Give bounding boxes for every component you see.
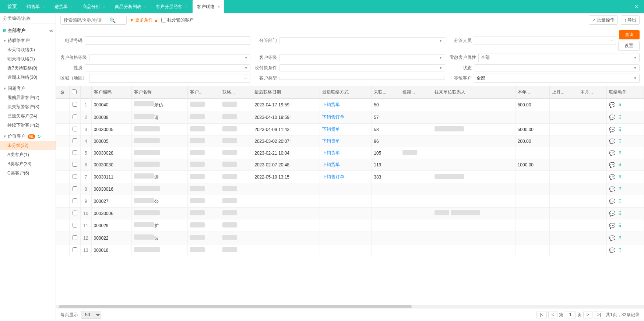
- gender-select[interactable]: ▼: [85, 64, 250, 71]
- col-unit-contact[interactable]: 往来单位联系人: [432, 86, 515, 99]
- close-tab-product-analysis-list[interactable]: ×: [144, 5, 147, 9]
- contact-action-icon[interactable]: 💬: [609, 102, 615, 108]
- grid-action-icon[interactable]: ⠿: [618, 236, 622, 241]
- customer-type-select[interactable]: [279, 77, 445, 80]
- phone-input[interactable]: [85, 36, 250, 45]
- payment-select[interactable]: ▼: [279, 64, 445, 71]
- contact-action-icon[interactable]: 💬: [609, 174, 615, 180]
- close-tab-customer-contact[interactable]: ×: [218, 5, 220, 9]
- dept-select[interactable]: ▼: [279, 37, 445, 44]
- contact-action-icon[interactable]: 💬: [609, 235, 615, 241]
- customer-level-select[interactable]: ▼: [279, 54, 445, 61]
- nav-tab-sales[interactable]: 销售单 ×: [22, 0, 49, 13]
- col-code[interactable]: 客户编码: [91, 86, 132, 99]
- nav-tab-product-analysis[interactable]: 商品分析 ×: [78, 0, 110, 13]
- sidebar-item-abnormal[interactable]: 囤购异常客户(2): [0, 93, 56, 102]
- contact-action-icon[interactable]: 💬: [609, 247, 615, 253]
- sidebar-search-input[interactable]: [3, 16, 56, 21]
- close-tab-customer-tier[interactable]: ×: [185, 5, 187, 9]
- contact-action-icon[interactable]: 💬: [609, 223, 615, 229]
- row-check-8[interactable]: [69, 195, 80, 208]
- contact-action-icon[interactable]: 💬: [609, 138, 615, 144]
- nav-tab-customer-contact[interactable]: 客户联络 ×: [193, 0, 224, 13]
- close-window-icon[interactable]: ×: [632, 2, 641, 11]
- grid-action-icon[interactable]: ⠿: [618, 115, 622, 120]
- col-this-month[interactable]: 本月...: [578, 86, 607, 99]
- contact-action-icon[interactable]: 💬: [609, 186, 615, 192]
- row-last-way-6[interactable]: 下销售订单: [320, 171, 371, 183]
- col-last-month[interactable]: 上月...: [549, 86, 578, 99]
- grid-action-icon[interactable]: ⠿: [618, 174, 622, 180]
- nav-tab-product-analysis-list[interactable]: 商品分析列表 ×: [110, 0, 151, 13]
- status-select[interactable]: ▼: [474, 64, 640, 71]
- grid-action-icon[interactable]: ⠿: [618, 211, 622, 216]
- row-check-6[interactable]: [69, 171, 80, 183]
- close-tab-product-analysis[interactable]: ×: [103, 5, 105, 9]
- sidebar-item-ungraded[interactable]: 未分组(32): [0, 141, 56, 150]
- row-check-5[interactable]: [69, 159, 80, 171]
- settings-icon[interactable]: ⚙: [60, 89, 65, 95]
- page-first-btn[interactable]: |<: [536, 311, 547, 318]
- col-overdue[interactable]: 逾期...: [400, 86, 432, 99]
- nav-tab-customer-tier[interactable]: 客户分层经客 ×: [151, 0, 192, 13]
- page-last-btn[interactable]: >|: [594, 311, 604, 318]
- col-last-way[interactable]: 最后联络方式: [320, 86, 371, 99]
- my-customers-checkbox[interactable]: 我分管的客户: [161, 17, 194, 23]
- row-check-12[interactable]: [69, 244, 80, 256]
- region-select[interactable]: ···: [89, 74, 250, 83]
- sidebar-item-c-class[interactable]: C类客户(6): [0, 169, 56, 178]
- nav-tab-purchase[interactable]: 进货单 ×: [50, 0, 77, 13]
- all-customers-header[interactable]: ⊞ 全部客户 ≪: [0, 25, 56, 36]
- row-check-11[interactable]: [69, 232, 80, 244]
- page-size-select[interactable]: 50 100 200: [81, 311, 101, 319]
- reset-btn[interactable]: 设置: [618, 41, 640, 51]
- export-btn[interactable]: ↑ 导出: [621, 15, 640, 25]
- contact-action-icon[interactable]: 💬: [609, 114, 615, 120]
- page-next-btn[interactable]: >: [583, 311, 592, 318]
- col-check[interactable]: [69, 86, 80, 99]
- page-prev-btn[interactable]: <: [548, 311, 557, 318]
- grid-action-icon[interactable]: ⠿: [618, 162, 622, 167]
- horizontal-scrollbar[interactable]: [56, 305, 644, 308]
- main-search-icon[interactable]: 🔍: [109, 17, 116, 23]
- row-last-way-0[interactable]: 下销货单: [320, 99, 371, 111]
- sidebar-item-declining[interactable]: 持续下滑客户(2): [0, 121, 56, 130]
- contact-action-icon[interactable]: 💬: [609, 127, 615, 133]
- row-check-7[interactable]: [69, 183, 80, 195]
- col-last-date[interactable]: 最后联络日期: [252, 86, 320, 99]
- col-type[interactable]: 客户...: [188, 86, 220, 99]
- sidebar-item-churn-warning[interactable]: 流失预警客户(3): [0, 102, 56, 112]
- grid-action-icon[interactable]: ⠿: [618, 139, 622, 144]
- col-contact[interactable]: 联络...: [220, 86, 252, 99]
- sidebar-item-churned[interactable]: 已流失客户(24): [0, 112, 56, 121]
- col-name[interactable]: 客户名称: [132, 86, 188, 99]
- nav-home[interactable]: 首页: [3, 2, 21, 11]
- scrollbar-thumb[interactable]: [59, 305, 412, 308]
- price-level-select[interactable]: ▼: [89, 54, 250, 61]
- contact-action-icon[interactable]: 💬: [609, 198, 615, 204]
- value-group-label[interactable]: ▼ 价值客户 RE. ↻: [0, 132, 56, 141]
- row-check-0[interactable]: [69, 99, 80, 111]
- col-this-year[interactable]: 本年...: [515, 86, 549, 99]
- problem-group-label[interactable]: ▼ 问题客户: [0, 84, 56, 93]
- sidebar-item-b-class[interactable]: B类客户(33): [0, 159, 56, 169]
- contact-action-icon[interactable]: 💬: [609, 150, 615, 156]
- grid-action-icon[interactable]: ⠿: [618, 102, 622, 107]
- sidebar-item-7days-pending[interactable]: 近7天待联络(0): [0, 64, 56, 73]
- my-customers-check-input[interactable]: [161, 18, 166, 22]
- row-last-way-2[interactable]: 下销货单: [320, 124, 371, 135]
- query-btn[interactable]: 查询: [619, 30, 640, 39]
- grid-action-icon[interactable]: ⠿: [618, 248, 622, 253]
- row-check-3[interactable]: [69, 135, 80, 147]
- col-gear[interactable]: ⚙: [56, 86, 69, 99]
- batch-ops-btn[interactable]: ✓ 批量操作: [589, 15, 618, 25]
- pending-group-label[interactable]: ▼ 待联络客户: [0, 36, 56, 45]
- row-check-1[interactable]: [69, 111, 80, 124]
- sidebar-item-tomorrow-pending[interactable]: 明天待联络(1): [0, 54, 56, 64]
- select-all-checkbox[interactable]: [72, 89, 77, 94]
- sidebar-item-overdue-pending[interactable]: 逾期未联络(30): [0, 73, 56, 82]
- retail-customer-select[interactable]: 全部 ▼: [474, 74, 640, 83]
- contact-action-icon[interactable]: 💬: [609, 211, 615, 216]
- row-check-4[interactable]: [69, 147, 80, 159]
- grid-action-icon[interactable]: ⠿: [618, 223, 622, 228]
